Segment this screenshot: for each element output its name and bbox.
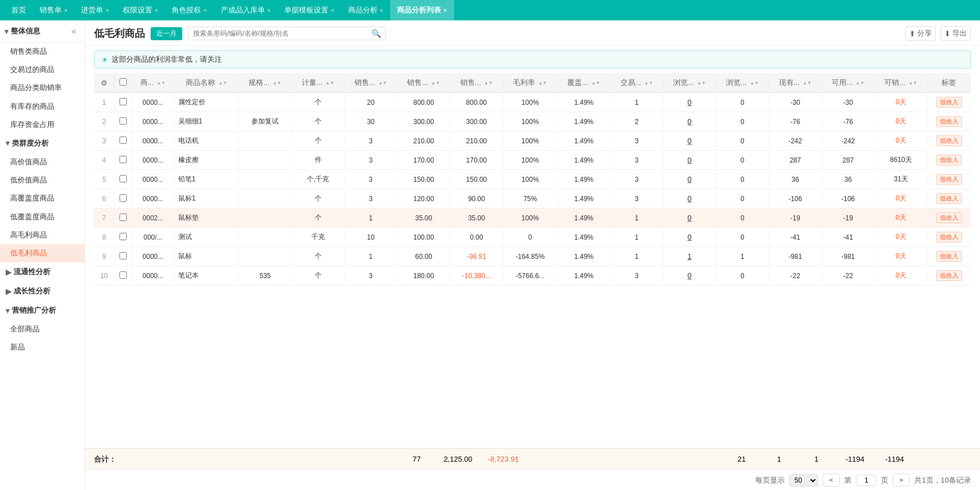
nav-close-product-storage[interactable]: × (267, 7, 271, 14)
sidebar-item-high-profit[interactable]: 高毛利商品 (0, 226, 84, 244)
column-gross-rate[interactable]: 毛利率 ▲▼ (503, 73, 557, 93)
nav-purchase-order[interactable]: 进货单 × (74, 0, 115, 20)
nav-close-sales-order[interactable]: × (64, 7, 67, 14)
browse1-link[interactable]: 0 (687, 233, 691, 241)
row-select-checkbox[interactable] (119, 233, 127, 240)
row-trans: 3 (610, 189, 663, 208)
nav-close-product-analysis[interactable]: × (380, 7, 383, 14)
row-select-checkbox[interactable] (119, 271, 127, 279)
row-checkbox[interactable] (114, 266, 131, 286)
sidebar-item-traded-goods[interactable]: 交易过的商品 (0, 61, 84, 79)
sidebar-group-marketing[interactable]: ▾ 营销推广分析 (0, 301, 84, 320)
sidebar-item-sales-goods[interactable]: 销售类商品 (0, 42, 84, 61)
column-name[interactable]: 商品名称 ▲▼ (174, 73, 238, 93)
row-checkbox[interactable] (114, 93, 131, 112)
column-settings[interactable]: ⚙ (94, 73, 114, 93)
column-browse1[interactable]: 浏览... ▲▼ (663, 73, 716, 93)
column-trans[interactable]: 交易... ▲▼ (610, 73, 663, 93)
browse1-link[interactable]: 0 (687, 271, 691, 280)
sidebar-item-low-value[interactable]: 低价值商品 (0, 171, 84, 189)
sidebar-item-stock-fund[interactable]: 库存资金占用 (0, 116, 84, 134)
nav-sales-order[interactable]: 销售单 × (33, 0, 74, 20)
search-icon[interactable]: 🔍 (371, 29, 381, 38)
row-select-checkbox[interactable] (119, 194, 127, 202)
column-code[interactable]: 商... ▲▼ (131, 73, 174, 93)
sidebar-item-all-goods[interactable]: 全部商品 (0, 320, 84, 338)
sidebar-item-low-coverage[interactable]: 低覆盖度商品 (0, 208, 84, 226)
nav-close-template-settings[interactable]: × (331, 7, 334, 14)
row-select-checkbox[interactable] (119, 117, 127, 125)
column-saleable[interactable]: 可销... ▲▼ (875, 73, 927, 93)
row-trans: 3 (610, 131, 663, 151)
column-current-stock[interactable]: 现有... ▲▼ (769, 73, 821, 93)
browse1-link[interactable]: 0 (687, 117, 691, 126)
row-select-checkbox[interactable] (119, 137, 127, 144)
browse1-link[interactable]: 0 (687, 156, 691, 164)
row-checkbox[interactable] (114, 170, 131, 189)
nav-home[interactable]: 首页 (5, 0, 33, 20)
nav-close-product-analysis-list[interactable]: × (443, 7, 447, 14)
browse1-link[interactable]: 0 (687, 214, 691, 222)
column-sales-price[interactable]: 销售... ▲▼ (397, 73, 450, 93)
browse1-link[interactable]: 0 (687, 175, 691, 184)
next-page-button[interactable]: ＞ (893, 474, 910, 487)
row-checkbox[interactable] (114, 131, 131, 151)
sidebar-group-circulation[interactable]: ▶ 流通性分析 (0, 262, 84, 282)
row-select-checkbox[interactable] (119, 175, 127, 182)
tag-badge: 低收入 (936, 270, 962, 281)
settings-icon[interactable]: ⚙ (101, 79, 108, 87)
sidebar-item-new-goods[interactable]: 新品 (0, 338, 84, 356)
search-input[interactable] (193, 29, 371, 37)
sidebar-item-category-rate[interactable]: 商品分类助销率 (0, 79, 84, 97)
header-actions: ⬆ 分享 ⬇ 导出 (905, 26, 971, 41)
time-filter-button[interactable]: 近一月 (151, 27, 182, 40)
nav-close-role-auth[interactable]: × (203, 7, 207, 14)
sidebar-collapse-button[interactable]: « (68, 24, 80, 39)
row-coverage: 1.49% (558, 131, 610, 151)
select-all-checkbox[interactable] (119, 78, 127, 86)
sidebar-group-cluster[interactable]: ▾ 类群度分析 (0, 134, 84, 153)
column-unit[interactable]: 计量... ▲▼ (292, 73, 344, 93)
nav-permission-settings[interactable]: 权限设置 × (116, 0, 165, 20)
browse1-link[interactable]: 0 (687, 98, 691, 106)
row-checkbox[interactable] (114, 189, 131, 208)
export-button[interactable]: ⬇ 导出 (940, 26, 971, 41)
row-select-checkbox[interactable] (119, 214, 127, 221)
nav-product-storage[interactable]: 产成品入库单 × (214, 0, 277, 20)
nav-product-analysis-list[interactable]: 商品分析列表 × (390, 0, 453, 20)
row-select-checkbox[interactable] (119, 252, 127, 259)
row-checkbox[interactable] (114, 151, 131, 170)
browse1-link[interactable]: 1 (687, 252, 691, 261)
row-checkbox[interactable] (114, 247, 131, 266)
nav-product-analysis[interactable]: 商品分析 × (341, 0, 390, 20)
column-sales-profit[interactable]: 销售... ▲▼ (450, 73, 503, 93)
column-available[interactable]: 可用... ▲▼ (821, 73, 874, 93)
nav-close-purchase-order[interactable]: × (105, 7, 109, 14)
row-select-checkbox[interactable] (119, 156, 127, 163)
row-checkbox[interactable] (114, 112, 131, 131)
browse1-link[interactable]: 0 (687, 194, 691, 203)
nav-close-permission-settings[interactable]: × (155, 7, 158, 14)
share-button[interactable]: ⬆ 分享 (905, 26, 936, 41)
row-name: 吴细细1 (174, 112, 238, 131)
row-checkbox[interactable] (114, 208, 131, 228)
sidebar-group-growth[interactable]: ▶ 成长性分析 (0, 282, 84, 301)
column-browse2[interactable]: 浏览... ▲▼ (716, 73, 769, 93)
row-select-checkbox[interactable] (119, 98, 127, 105)
sidebar-item-low-profit[interactable]: 低毛利商品 (0, 244, 84, 262)
column-sales-qty[interactable]: 销售... ▲▼ (344, 73, 397, 93)
sidebar-item-in-stock[interactable]: 有库存的商品 (0, 97, 84, 116)
nav-template-settings[interactable]: 单据模板设置 × (277, 0, 341, 20)
column-coverage[interactable]: 覆盖... ▲▼ (558, 73, 610, 93)
page-input[interactable] (856, 475, 876, 486)
row-code: 0000... (131, 266, 174, 286)
sidebar-item-high-value[interactable]: 高价值商品 (0, 153, 84, 171)
sidebar-item-high-coverage[interactable]: 高覆盖度商品 (0, 189, 84, 207)
per-page-select[interactable]: 50 100 200 (789, 474, 818, 487)
row-checkbox[interactable] (114, 228, 131, 247)
browse1-link[interactable]: 0 (687, 137, 691, 145)
prev-page-button[interactable]: ＜ (823, 474, 840, 487)
nav-role-auth[interactable]: 角色授权 × (165, 0, 213, 20)
sidebar-group-overall[interactable]: ▾ 整体信息 (5, 26, 40, 36)
column-spec[interactable]: 规格... ▲▼ (239, 73, 292, 93)
